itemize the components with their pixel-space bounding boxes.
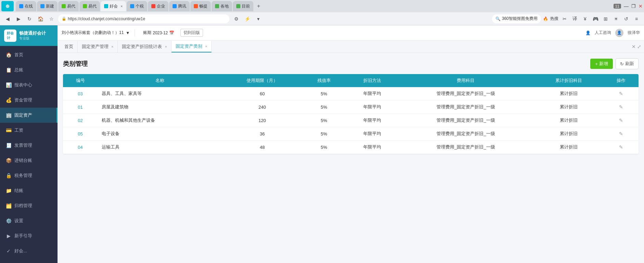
help-label[interactable]: 人工咨询 xyxy=(595,30,611,36)
browser-tab[interactable]: 个税 xyxy=(127,1,147,11)
switch-btn[interactable]: 切到旧版 xyxy=(180,29,203,37)
sidebar-item-tax[interactable]: 🔒 税务管理 xyxy=(0,168,58,183)
row-action[interactable]: ✎ xyxy=(604,141,639,154)
grid-icon[interactable]: ⊞ xyxy=(602,15,610,23)
content-close-icon[interactable]: ✕ xyxy=(632,44,636,49)
add-button[interactable]: + 新增 xyxy=(590,59,613,69)
back-button[interactable]: ◀ xyxy=(3,15,12,23)
row-action[interactable]: ✎ xyxy=(604,87,639,100)
table-row: 01 房屋及建筑物 240 5% 年限平均 管理费用_固定资产折旧_一级 累计折… xyxy=(63,100,639,114)
edit-icon[interactable]: ✎ xyxy=(619,144,623,150)
browser-tab-active[interactable]: 好会 × xyxy=(101,1,126,11)
sidebar-item-general-ledger[interactable]: 📋 总账 xyxy=(0,62,58,77)
logo-text-area: 畅捷通好会计 专业版 xyxy=(19,31,46,41)
sidebar-item-home[interactable]: 🏠 首页 xyxy=(0,47,58,62)
inventory-icon: 📦 xyxy=(5,157,12,164)
browser-tab[interactable]: 新建 xyxy=(37,1,58,11)
page-tab-assets-management[interactable]: 固定资产管理 × xyxy=(78,41,118,52)
row-id: 04 xyxy=(63,141,98,154)
window-close-icon[interactable]: ✕ xyxy=(639,3,643,9)
content-expand-icon[interactable]: ⤢ xyxy=(637,44,641,49)
sidebar-item-fixed-assets[interactable]: 🏢 固定资产 xyxy=(0,108,58,123)
refresh-button[interactable]: ↻ xyxy=(25,15,34,23)
game-icon[interactable]: 🎮 xyxy=(591,15,599,23)
row-expense: 管理费用_固定资产折旧_一级 xyxy=(399,127,533,141)
cut-icon[interactable]: ✂ xyxy=(560,15,569,23)
sidebar-item-closing[interactable]: 📁 结账 xyxy=(0,183,58,198)
edit-icon[interactable]: ✎ xyxy=(619,118,623,123)
browser-tab[interactable]: 畅提 xyxy=(190,1,211,11)
browser-tab[interactable]: 在线 xyxy=(16,1,36,11)
section-header: 类别管理 + 新增 ↻ 刷新 xyxy=(63,58,639,69)
window-restore-icon[interactable]: ❐ xyxy=(631,3,636,9)
page-title: 类别管理 xyxy=(63,60,88,68)
calendar-icon[interactable]: 📅 xyxy=(169,31,174,35)
site-settings-button[interactable]: ⚙ xyxy=(232,15,240,23)
sidebar-item-label: 进销台账 xyxy=(14,157,32,164)
bookmark-button[interactable]: ☆ xyxy=(47,15,55,23)
tab-close-icon[interactable]: × xyxy=(111,45,113,49)
row-action[interactable]: ✎ xyxy=(604,100,639,114)
sidebar-item-settings[interactable]: ⚙️ 设置 xyxy=(0,213,58,228)
page-tabs-nav: 首页 固定资产管理 × 固定资产折旧统计表 × 固定资产类别 × ✕ ⤢ xyxy=(58,40,644,53)
extension-button[interactable]: ⚡ xyxy=(243,15,251,23)
new-tab-button[interactable]: + xyxy=(254,2,263,11)
tab-close-icon[interactable]: × xyxy=(205,44,207,48)
row-action[interactable]: ✎ xyxy=(604,114,639,127)
row-id: 01 xyxy=(63,100,98,114)
sidebar-item-archive[interactable]: 🗂️ 归档管理 xyxy=(0,198,58,213)
row-residual: 5% xyxy=(302,87,346,100)
browser-tab[interactable]: 易代 xyxy=(58,1,79,11)
sidebar-item-reports[interactable]: 📊 报表中心 xyxy=(0,77,58,93)
sidebar-item-funds[interactable]: 💰 资金管理 xyxy=(0,93,58,108)
sidebar-item-invoice[interactable]: 🧾 发票管理 xyxy=(0,138,58,153)
smart-search-box[interactable]: 🔍 360智能抠图免费用 xyxy=(492,14,541,23)
sidebar-item-guide[interactable]: ▶ 新手引导 xyxy=(0,228,58,243)
topbar: 刘小艳演示账套（勿删勿动！）11 ▼ 账期 2023-12 📅 切到旧版 👤 人… xyxy=(58,25,644,40)
url-bar[interactable]: 🔒 https://cloud.chanjet.com/accounting/u… xyxy=(58,14,229,23)
sidebar-item-inventory[interactable]: 📦 进销台账 xyxy=(0,153,58,168)
user-label[interactable]: 徐泽华 xyxy=(628,30,640,36)
tab-close-icon[interactable]: × xyxy=(165,45,167,49)
sidebar-item-payroll[interactable]: 💳 工资 xyxy=(0,123,58,138)
browser-tab[interactable]: 目前 xyxy=(233,1,253,11)
translate-icon[interactable]: 译 xyxy=(571,15,579,23)
tab-close-icon[interactable]: × xyxy=(121,4,123,8)
hot-search-icon[interactable]: 🔥 xyxy=(543,16,548,21)
page-tab-depreciation-table[interactable]: 固定资产折旧统计表 × xyxy=(118,41,171,52)
home-button[interactable]: 🏠 xyxy=(36,15,45,23)
payroll-icon: 💳 xyxy=(5,127,12,133)
refresh-button[interactable]: ↻ 刷新 xyxy=(616,58,639,69)
page-tab-assets-category[interactable]: 固定资产类别 × xyxy=(172,41,212,52)
brightness-icon[interactable]: ☀ xyxy=(612,15,620,23)
menu-icon[interactable]: ≡ xyxy=(632,15,641,23)
row-action[interactable]: ✎ xyxy=(604,127,639,141)
window-minimize-icon[interactable]: — xyxy=(624,3,629,9)
browser-tab[interactable]: 企业 xyxy=(148,1,168,11)
refresh-icon: ↻ xyxy=(620,61,624,67)
browser-tab[interactable]: 易代 xyxy=(79,1,100,11)
edit-icon[interactable]: ✎ xyxy=(619,131,623,136)
sidebar-item-haokuai[interactable]: ✓ 好会... xyxy=(0,243,58,259)
edit-icon[interactable]: ✎ xyxy=(619,91,623,96)
page-tab-home[interactable]: 首页 xyxy=(60,41,78,52)
row-accumulated: 累计折旧 xyxy=(533,114,604,127)
row-name: 房屋及建筑物 xyxy=(98,100,222,114)
dropdown-arrow-icon[interactable]: ▼ xyxy=(126,31,130,35)
row-name: 器具、工具、家具等 xyxy=(98,87,222,100)
search-icon: 🔍 xyxy=(495,16,501,21)
hot-label: 热搜 xyxy=(550,16,558,22)
undo-icon[interactable]: ↺ xyxy=(622,15,630,23)
currency-icon[interactable]: ¥ xyxy=(581,15,589,23)
table-row: 05 电子设备 36 5% 年限平均 管理费用_固定资产折旧_一级 累计折旧 ✎ xyxy=(63,127,639,141)
forward-button[interactable]: ▶ xyxy=(14,15,23,23)
row-residual: 5% xyxy=(302,100,346,114)
row-method: 年限平均 xyxy=(346,127,399,141)
logo-sub: 专业版 xyxy=(19,36,46,41)
dropdown-button[interactable]: ▾ xyxy=(254,15,262,23)
company-info: 刘小艳演示账套（勿删勿动！）11 ▼ xyxy=(62,30,130,36)
browser-tab[interactable]: 腾讯 xyxy=(169,1,190,11)
browser-tab[interactable]: 各地 xyxy=(212,1,232,11)
row-expense: 管理费用_固定资产折旧_一级 xyxy=(399,87,533,100)
edit-icon[interactable]: ✎ xyxy=(619,104,623,110)
